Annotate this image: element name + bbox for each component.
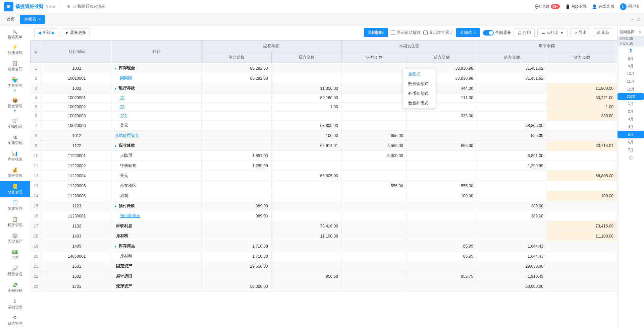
content-area: ◀ 全部 ▶ ▼ 展开更多 退回旧版 显示辅助核算 显示本年累计 金额式 ∧	[30, 25, 617, 328]
subject-code: 1122	[42, 141, 112, 151]
annual-checkbox-input[interactable]	[423, 30, 428, 35]
sidebar-item-invoice[interactable]: 🧾 发票管理	[0, 197, 30, 214]
return-old-version-btn[interactable]: 退回旧版	[364, 28, 388, 37]
toggle-switch[interactable]	[483, 30, 494, 36]
period-2023-05-second[interactable]: 2023.05	[618, 41, 644, 47]
expand-all-toggle[interactable]: 全部展开	[483, 30, 511, 36]
expand-btn[interactable]: ▼ 展开更多	[61, 28, 90, 37]
sidebar-item-fixed-assets[interactable]: 🏢 固定资产	[0, 230, 30, 247]
closing-debit-cell	[477, 112, 547, 121]
subject-name[interactable]: 预付款美元	[112, 211, 201, 221]
subject-name[interactable]: 其他货币资金	[112, 131, 201, 141]
refresh-btn[interactable]: ↺ 刷新	[593, 28, 613, 37]
sidebar-item-basic-info[interactable]: ℹ 基础信息	[0, 296, 30, 312]
subject-name[interactable]: 23	[112, 103, 201, 112]
period-12[interactable]: 12月	[618, 85, 644, 93]
sidebar-item-ledger[interactable]: 📒 总账管理	[0, 181, 30, 197]
dropdown-item-foreign-amount[interactable]: 外币金额式	[403, 89, 436, 99]
period-8[interactable]: 8月	[618, 55, 644, 62]
tab-home[interactable]: 首页	[3, 15, 19, 24]
period-2023-year[interactable]: 2023	[618, 93, 644, 100]
sidebar-item-label: 采购管理	[8, 140, 22, 145]
message-btn[interactable]: 💬 消息 99+	[535, 4, 560, 9]
period-10[interactable]: 10月	[618, 70, 644, 78]
period-debit-cell	[341, 83, 407, 93]
auxiliary-checkbox-input[interactable]	[391, 30, 395, 35]
period-9[interactable]: 9月	[618, 62, 644, 70]
sidebar-item-label: 零售管理	[8, 83, 22, 88]
all-filter-btn[interactable]: ◀ 全部 ▶	[34, 28, 58, 37]
subject-name[interactable]: 12	[112, 93, 201, 103]
payroll-icon: 💵	[12, 249, 18, 255]
period-up-arrow[interactable]: ⬆	[628, 47, 634, 55]
top-bar: 财 畅捷通好业财 专业版 ⚙ ○ 我要看实例演示 💬 消息 99+ 📱 App下…	[0, 0, 644, 13]
sidebar-item-tax[interactable]: 📋 税务管理	[0, 214, 30, 230]
sidebar-item-inventory[interactable]: 📊 库存核算	[0, 148, 30, 165]
sidebar-item-purchase[interactable]: 🛍 采购管理	[0, 132, 30, 148]
demo-btn[interactable]: ○ 我要看实例演示	[73, 4, 105, 9]
dropdown-item-qty-foreign[interactable]: 数量外币式	[403, 99, 436, 108]
cloud-print-btn[interactable]: ☁ 云打印 ▼	[537, 28, 568, 37]
tab-balance-sheet[interactable]: 余额表 ✕	[20, 15, 45, 24]
sidebar-item-funds[interactable]: 💰 资金管理	[0, 165, 30, 181]
sidebar-item-ecommerce[interactable]: 🛒 小畅电商	[0, 115, 30, 132]
sidebar-item-retail[interactable]: 🏪 零售管理 ▼	[0, 74, 30, 95]
dropdown-item-amount[interactable]: 金额式	[403, 69, 436, 79]
subject-name: 固定资产	[112, 261, 201, 271]
period-11[interactable]: 11月	[618, 78, 644, 85]
settings-btn[interactable]: ⚙	[67, 4, 70, 9]
period-debit-cell	[341, 271, 407, 281]
tab-close-icon[interactable]: ✕	[38, 17, 41, 21]
message-label: 消息	[541, 4, 549, 9]
opening-debit-cell	[201, 83, 271, 93]
tab-minimize-btn[interactable]: −	[630, 16, 635, 23]
export-btn[interactable]: ↗ 导出	[570, 28, 590, 37]
row-no: 5	[31, 103, 42, 112]
app-download-btn[interactable]: 📱 App下载	[565, 4, 587, 9]
sidebar-item-project[interactable]: 📋 项目合同	[0, 58, 30, 74]
tab-expand-btn[interactable]: □	[636, 16, 641, 23]
user-btn[interactable]: U 用户名	[620, 3, 640, 10]
print-btn[interactable]: 🖨 打印	[514, 28, 535, 37]
period-7[interactable]: 7月	[618, 146, 644, 154]
table-row: 510020002231.001.00	[31, 103, 617, 112]
period-6[interactable]: 6月	[618, 138, 644, 146]
sidebar-item-payroll[interactable]: 💵 工资	[0, 247, 30, 263]
sidebar-item-system[interactable]: ⚙ 系统管理	[0, 312, 30, 328]
right-panel-collapse-btn[interactable]: ⊙	[628, 154, 634, 162]
opening-debit-cell: 1,710.38	[201, 241, 271, 251]
period-2[interactable]: 2月	[618, 108, 644, 115]
closing-debit-cell	[477, 181, 547, 191]
mode-dropdown-btn[interactable]: 金额式 ∧	[456, 28, 480, 37]
opening-credit-cell: 68,805.00	[271, 171, 341, 181]
period-debit-cell	[341, 161, 407, 171]
table-row: 81012其他货币资金100.00655.00555.00	[31, 131, 617, 141]
period-1[interactable]: 1月	[618, 100, 644, 108]
sidebar-item-expense[interactable]: 💸 小畅报销	[0, 279, 30, 296]
subject-name[interactable]: 122	[112, 112, 201, 121]
subject-name[interactable]: 回回回	[112, 73, 201, 83]
opening-credit-cell	[271, 161, 341, 171]
subject-code: 1132	[42, 221, 112, 231]
right-panel-close-btn[interactable]: ✕	[639, 30, 642, 35]
sidebar-item-management[interactable]: 📈 经营管理	[0, 263, 30, 279]
closing-credit-header: 贷方金额	[547, 52, 617, 63]
table-row: 181403原材料11,100.0011,100.00	[31, 231, 617, 241]
opening-debit-cell	[201, 141, 271, 151]
online-service-btn[interactable]: 👤 在线客服	[592, 4, 614, 9]
period-3[interactable]: 3月	[618, 115, 644, 123]
dropdown-item-qty-amount[interactable]: 数量金额式	[403, 79, 436, 89]
settings-col-header[interactable]: ⚙	[31, 41, 42, 63]
show-auxiliary-checkbox[interactable]: 显示辅助核算	[391, 30, 421, 36]
row-no: 8	[31, 131, 42, 141]
sidebar-item-wholesale[interactable]: 📦 批发管理 ▼	[0, 95, 30, 115]
sidebar-item-quick-nav[interactable]: ⚡ 快捷导航	[0, 42, 30, 58]
user-name: 用户名	[628, 4, 640, 9]
show-annual-checkbox[interactable]: 显示本年累计	[423, 30, 453, 36]
period-2023-05-first[interactable]: 2023.05	[618, 36, 644, 41]
period-5[interactable]: 5月	[618, 131, 644, 138]
cloud-icon: ☁	[541, 30, 545, 35]
row-no: 11	[31, 161, 42, 171]
period-4[interactable]: 4月	[618, 123, 644, 131]
sidebar-search[interactable]: 🔍 搜索菜单	[2, 28, 29, 42]
